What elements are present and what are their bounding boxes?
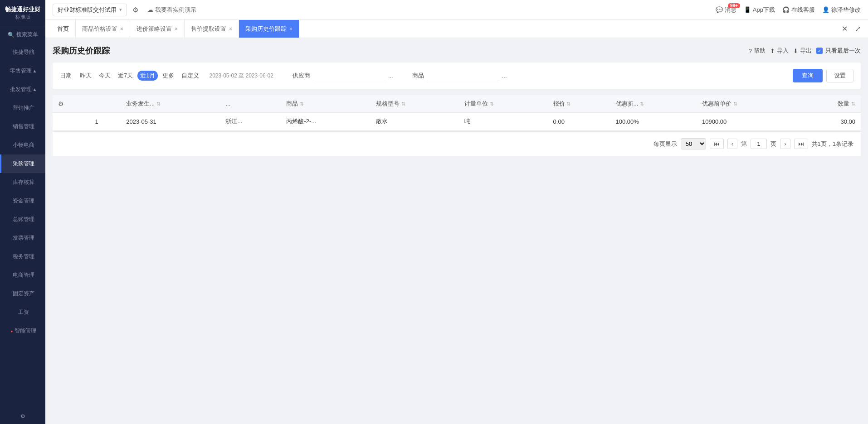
col-discount[interactable]: 优惠折... ⇅ [610, 95, 697, 113]
date-range-display: 2023-05-02 至 2023-06-02 [209, 72, 273, 80]
col-supplier[interactable]: 商品 ⇅ [281, 95, 371, 113]
col-supplier-label: 商品 [286, 100, 298, 107]
only-last-checkbox[interactable]: 只看最后一次 [816, 47, 861, 55]
per-page-label: 每页显示 [653, 140, 677, 148]
app-download-button[interactable]: 📱 App下载 [744, 6, 775, 14]
sidebar-item-ecommerce[interactable]: 小畅电商 [0, 136, 45, 154]
sidebar-item-inventory-label: 库存核算 [13, 179, 34, 185]
sidebar-item-inventory[interactable]: 库存核算 [0, 173, 45, 192]
export-label: 导出 [800, 47, 812, 55]
settings-button[interactable]: 设置 [826, 69, 853, 82]
sidebar-item-ec[interactable]: 电商管理 [0, 266, 45, 284]
page-input[interactable] [751, 139, 767, 149]
tab-extract-close[interactable]: × [229, 26, 232, 32]
logo-sub: 标准版 [5, 14, 41, 20]
header-right: 💬 消息 99+ 📱 App下载 🎧 在线客服 👤 徐泽华修改 [716, 6, 861, 14]
date-opt-today[interactable]: 今天 [96, 71, 113, 81]
sidebar-settings[interactable]: ⚙ [0, 409, 45, 424]
col-before-discount-label: 优惠前单价 [702, 100, 731, 107]
col-expand[interactable]: ... [220, 95, 281, 113]
per-page-select[interactable]: 20 50 100 [681, 138, 706, 149]
user-name: 徐泽华修改 [831, 6, 861, 14]
col-before-discount[interactable]: 优惠前单价 ⇅ [697, 95, 798, 113]
message-button[interactable]: 💬 消息 99+ [716, 6, 736, 14]
row-unit: 散水 [371, 113, 459, 130]
tab-history[interactable]: 采购历史价跟踪 × [239, 20, 299, 38]
sidebar-item-ledger[interactable]: 总账管理 [0, 210, 45, 229]
sort-icon-date: ⇅ [156, 101, 161, 106]
sidebar-item-sales[interactable]: 销售管理 [0, 117, 45, 136]
tab-strategy-close[interactable]: × [175, 26, 178, 32]
sort-icon-discount: ⇅ [640, 101, 644, 106]
tab-price[interactable]: 商品价格设置 × [76, 20, 130, 38]
tabbar-close-btn[interactable]: ✕ [840, 23, 849, 35]
sidebar-item-purchase[interactable]: 采购管理 [0, 154, 45, 173]
header-settings-icon[interactable]: ⚙ [132, 6, 138, 14]
online-service-button[interactable]: 🎧 在线客服 [782, 6, 815, 14]
date-opt-custom[interactable]: 自定义 [179, 71, 202, 81]
sidebar-item-retail[interactable]: 零售管理 ▲ [0, 62, 45, 80]
filter-bar: 日期 昨天 今天 近7天 近1月 更多 自定义 2023-05-02 至 202… [53, 63, 861, 89]
demo-link[interactable]: ☁ 我要看实例演示 [147, 6, 196, 14]
sidebar-item-wholesale[interactable]: 批发管理 ▲ [0, 80, 45, 99]
sidebar-item-payroll[interactable]: 工资 [0, 303, 45, 322]
sidebar-item-quick-nav[interactable]: 快捷导航 [0, 43, 45, 62]
col-unit[interactable]: 计量单位 ⇅ [459, 95, 547, 113]
table-gear-icon[interactable]: ⚙ [58, 100, 64, 107]
tabbar: 首页 商品价格设置 × 进价策略设置 × 售价提取设置 × 采购历史价跟踪 × … [45, 20, 868, 38]
sidebar-search[interactable]: 🔍 搜索菜单 [0, 26, 45, 43]
col-goods[interactable]: 规格型号 ⇅ [371, 95, 459, 113]
table-row: 1 2023-05-31 浙江... 丙烯酸-2-... 散水 吨 0.00 1… [53, 113, 861, 130]
sidebar-item-payroll-label: 工资 [18, 309, 29, 315]
col-unit-label: 计量单位 [464, 100, 488, 107]
data-table-wrap: ⚙ 业务发生... ⇅ ... 商品 ⇅ [53, 95, 861, 130]
page-prev-btn[interactable]: ‹ [727, 139, 737, 149]
row-num: 1 [90, 113, 121, 130]
supplier-input[interactable] [313, 71, 385, 80]
col-date[interactable]: 业务发生... ⇅ [121, 95, 220, 113]
user-menu[interactable]: 👤 徐泽华修改 [822, 6, 861, 14]
tab-history-label: 采购历史价跟踪 [245, 25, 287, 33]
tab-strategy[interactable]: 进价策略设置 × [130, 20, 185, 38]
export-link[interactable]: ⬇ 导出 [793, 47, 812, 55]
date-opt-yesterday[interactable]: 昨天 [77, 71, 94, 81]
supplier-label: 供应商 [293, 72, 310, 80]
tabbar-actions: ✕ ⤢ [840, 23, 863, 35]
tab-history-close[interactable]: × [289, 26, 293, 32]
page-first-btn[interactable]: ⏮ [710, 139, 724, 149]
tab-extract[interactable]: 售价提取设置 × [185, 20, 239, 38]
sidebar-item-finance[interactable]: 资金管理 [0, 192, 45, 210]
sidebar-search-label: 搜索菜单 [16, 31, 38, 39]
col-price[interactable]: 报价 ⇅ [548, 95, 610, 113]
filter-supplier: 供应商 ... [293, 71, 393, 80]
supplier-more[interactable]: ... [388, 72, 393, 79]
date-opt-7days[interactable]: 近7天 [115, 71, 136, 81]
tabbar-maximize-btn[interactable]: ⤢ [853, 23, 863, 35]
sidebar-item-wholesale-label: 批发管理 [10, 86, 32, 93]
query-button[interactable]: 查询 [793, 69, 823, 82]
row-gear [53, 113, 90, 130]
page-next-btn[interactable]: › [780, 139, 790, 149]
goods-input[interactable] [427, 71, 499, 80]
date-opt-more[interactable]: 更多 [160, 71, 177, 81]
col-qty[interactable]: 数量 ⇅ [798, 95, 861, 113]
sidebar-item-marketing[interactable]: 营销推广 [0, 99, 45, 117]
sidebar-item-assets[interactable]: 固定资产 [0, 284, 45, 303]
import-label: 导入 [777, 47, 789, 55]
sidebar-item-invoice[interactable]: 发票管理 [0, 229, 45, 247]
sidebar-item-tax[interactable]: 税务管理 [0, 247, 45, 266]
message-icon: 💬 [716, 6, 723, 13]
tab-home[interactable]: 首页 [51, 20, 76, 38]
goods-more[interactable]: ... [502, 72, 507, 79]
tab-price-label: 商品价格设置 [82, 25, 117, 33]
import-link[interactable]: ⬆ 导入 [770, 47, 789, 55]
tab-price-close[interactable]: × [120, 26, 123, 32]
help-link[interactable]: ? 帮助 [749, 47, 766, 55]
date-opt-1month[interactable]: 近1月 [137, 71, 158, 81]
only-last-label: 只看最后一次 [825, 47, 861, 55]
sidebar-item-invoice-label: 发票管理 [13, 235, 34, 241]
product-selector[interactable]: 好业财标准版交付试用 ▾ [53, 4, 127, 16]
sidebar-item-intelligent[interactable]: ● 智能管理 [0, 322, 45, 340]
page-last-btn[interactable]: ⏭ [794, 139, 808, 149]
app-icon: 📱 [744, 6, 751, 13]
